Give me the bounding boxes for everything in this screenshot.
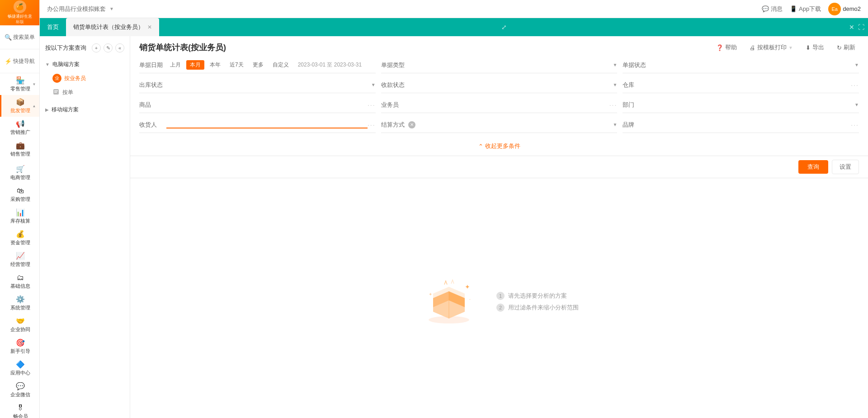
message-btn[interactable]: 💬 消息 [762, 5, 783, 13]
window-close-btn[interactable]: ✕ [849, 24, 854, 31]
date-tab-this-month[interactable]: 本月 [186, 60, 204, 70]
print-dropdown-icon: ▼ [788, 45, 793, 50]
user-info[interactable]: Ea demo2 [828, 3, 861, 15]
date-tab-more[interactable]: 更多 [249, 60, 267, 70]
print-btn[interactable]: 🖨 按模板打印 ▼ [746, 42, 797, 53]
message-label: 消息 [771, 5, 783, 13]
sidebar-item-finance[interactable]: 💰 资金管理 [0, 227, 40, 249]
doc-type-select[interactable]: ▼ [408, 62, 618, 67]
collapse-icon: « [118, 45, 121, 51]
out-status-select[interactable]: ▼ [166, 82, 376, 87]
tab-close-btn[interactable]: ✕ [147, 24, 152, 30]
receipt-status-select[interactable]: ▼ [408, 82, 618, 87]
date-tab-this-year[interactable]: 本年 [206, 60, 224, 70]
refresh-icon: ↻ [837, 44, 842, 51]
tree-parent-pc[interactable]: ▼ 电脑端方案 [40, 58, 130, 71]
edit-scheme-btn[interactable]: ✎ [104, 43, 113, 52]
finance-icon: 💰 [16, 230, 25, 238]
warehouse-label: 仓库 [623, 81, 646, 89]
tab-sales-stat[interactable]: 销货单统计表（按业务员） ✕ [66, 18, 159, 36]
date-tab-custom[interactable]: 自定义 [269, 60, 292, 70]
tree-child-salesperson[interactable]: 业 按业务员 [40, 71, 130, 86]
product-dots-btn[interactable]: ··· [368, 101, 376, 109]
sidebar-item-wechat[interactable]: 💬 企业微信 [0, 379, 40, 401]
tree-child-label-salesperson: 按业务员 [64, 75, 86, 82]
help-label: 帮助 [725, 43, 737, 52]
sidebar-item-ecom[interactable]: 🛒 电商管理 [0, 162, 40, 184]
recipient-input[interactable] [166, 121, 368, 128]
query-btn[interactable]: 查询 [798, 160, 828, 174]
sidebar-item-purchase[interactable]: 🛍 采购管理 [0, 184, 40, 205]
add-scheme-btn[interactable]: + [92, 43, 101, 52]
help-icon: ❓ [716, 44, 723, 51]
empty-area: ✦ ✦ • 1 请先选择要分析的方案 [130, 178, 868, 418]
empty-svg: ✦ ✦ • [420, 271, 478, 325]
tree-child-label-order: 按单 [62, 89, 73, 96]
tree-child-order[interactable]: 按单 [40, 86, 130, 100]
sidebar-item-ops[interactable]: 📈 经营管理 [0, 249, 40, 271]
receipt-status-label: 收款状态 [381, 81, 405, 89]
marketing-icon: 📢 [16, 119, 25, 128]
main-area: 办公用品行业模拟账套 ▼ 💬 消息 📱 App下载 Ea demo2 首页 [40, 0, 868, 418]
export-btn[interactable]: ⬇ 导出 [802, 42, 828, 53]
brand-dots-btn[interactable]: ··· [851, 121, 859, 128]
retail-label: 零售管理 [10, 86, 30, 92]
payment-clear-btn[interactable]: ✕ [408, 121, 415, 128]
sidebar-item-member[interactable]: 🎖 畅会员 [0, 401, 40, 418]
app-download-label: App下载 [799, 5, 821, 13]
salesperson-dots-btn[interactable]: ··· [609, 101, 618, 109]
basic-icon: 🗂 [17, 274, 24, 282]
doc-status-select[interactable]: ▼ [650, 62, 859, 67]
payment-clear-icon[interactable]: ✕ [408, 121, 415, 128]
sidebar-item-corp[interactable]: 🤝 企业协同 [0, 314, 40, 336]
filter-brand: 品牌 ··· [623, 119, 859, 133]
sidebar-item-wholesale[interactable]: 📦 批发管理 [0, 95, 40, 117]
hint-text-2: 用过滤条件来缩小分析范围 [508, 304, 579, 312]
date-tab-last-month[interactable]: 上月 [166, 60, 184, 70]
window-max-btn[interactable]: ⛶ [858, 24, 864, 31]
empty-hints: 1 请先选择要分析的方案 2 用过滤条件来缩小分析范围 [496, 292, 579, 312]
filter-out-status: 出库状态 ▼ [139, 79, 376, 93]
sidebar-item-basic[interactable]: 🗂 基础信息 [0, 271, 40, 292]
tree-parent-mobile[interactable]: ▶ 移动端方案 [40, 103, 130, 116]
setting-small-btn[interactable]: 设置 [832, 160, 859, 174]
dept-select[interactable]: ▼ [650, 102, 859, 107]
tab-expand-btn[interactable]: ⤢ [496, 24, 512, 31]
finance-label: 资金管理 [10, 239, 30, 246]
collapse-filter-btn[interactable]: ⌃ 收起更多条件 [139, 138, 859, 152]
sidebar-item-retail[interactable]: 🏪 零售管理 [0, 73, 40, 95]
refresh-btn[interactable]: ↻ 刷新 [833, 42, 859, 53]
warehouse-dots-btn[interactable]: ··· [851, 81, 859, 89]
sidebar-item-marketing[interactable]: 📢 营销推广 [0, 117, 40, 138]
collapse-panel-btn[interactable]: « [115, 43, 124, 52]
wholesale-label: 批发管理 [10, 107, 30, 114]
inventory-icon: 📊 [16, 208, 25, 217]
tree-group-pc: ▼ 电脑端方案 业 按业务员 按单 [40, 56, 130, 101]
newbie-icon: 🎯 [16, 338, 25, 347]
date-tab-7days[interactable]: 近7天 [226, 60, 247, 70]
filter-product: 商品 ··· [139, 99, 376, 113]
sidebar-item-sales[interactable]: 💼 销售管理 [0, 138, 40, 160]
sidebar-item-system[interactable]: ⚙️ 系统管理 [0, 292, 40, 314]
purchase-label: 采购管理 [10, 196, 30, 203]
brand-label: 品牌 [623, 121, 646, 129]
sidebar-item-appstore[interactable]: 🔷 应用中心 [0, 357, 40, 379]
recipient-value: ··· [166, 121, 376, 128]
recipient-dots-btn[interactable]: ··· [368, 121, 376, 128]
wechat-icon: 💬 [16, 382, 25, 390]
tab-home[interactable]: 首页 [40, 18, 66, 36]
payment-select[interactable]: ✕ ▼ [408, 121, 618, 128]
ecom-label: 电商管理 [10, 174, 30, 181]
sidebar-item-inventory[interactable]: 📊 库存核算 [0, 205, 40, 227]
out-status-arrow: ▼ [371, 82, 376, 87]
sidebar-item-quick-nav[interactable]: ⚡ 快捷导航 [4, 53, 36, 69]
app-download-btn[interactable]: 📱 App下载 [790, 5, 821, 13]
salesperson-value: ··· [408, 101, 618, 109]
topbar-dropdown-btn[interactable]: ▼ [109, 6, 114, 11]
product-value: ··· [166, 101, 376, 109]
sidebar-item-search[interactable]: 🔍 搜索菜单 [4, 29, 36, 45]
newbie-label: 新手引导 [10, 348, 30, 355]
member-label: 畅会员 [13, 413, 28, 418]
help-btn[interactable]: ❓ 帮助 [712, 42, 741, 53]
sidebar-item-newbie[interactable]: 🎯 新手引导 [0, 336, 40, 357]
